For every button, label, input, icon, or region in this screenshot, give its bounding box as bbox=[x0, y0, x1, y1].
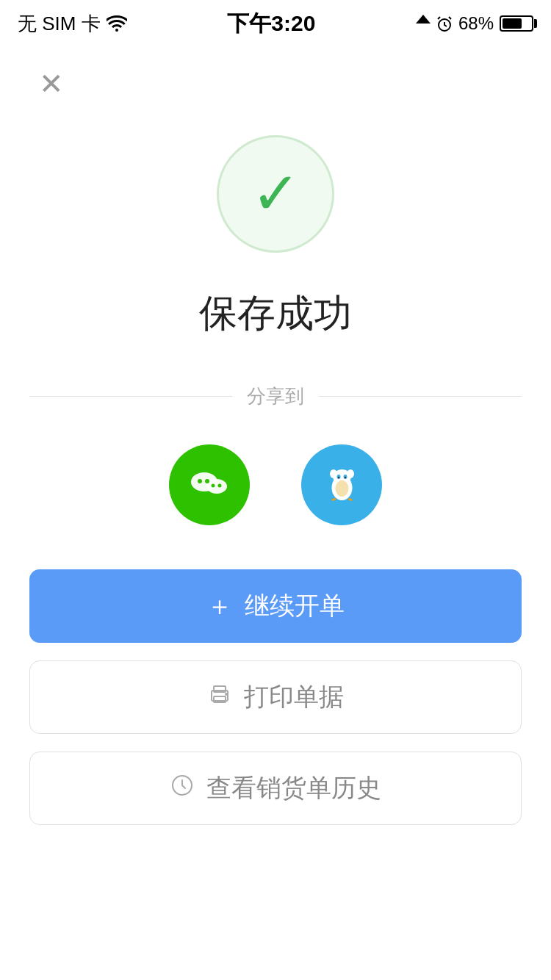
history-button-label: 查看销货单历史 bbox=[206, 771, 381, 805]
success-title: 保存成功 bbox=[199, 288, 352, 339]
svg-point-11 bbox=[337, 476, 339, 478]
history-button[interactable]: 查看销货单历史 bbox=[29, 752, 522, 825]
status-right: 68% bbox=[416, 13, 533, 34]
share-icons bbox=[29, 444, 522, 525]
action-buttons: ＋ 继续开单 打印单据 查看销货单历史 bbox=[29, 569, 522, 825]
location-icon bbox=[416, 15, 431, 32]
svg-point-19 bbox=[225, 693, 228, 696]
battery-icon bbox=[500, 15, 533, 32]
svg-point-15 bbox=[347, 469, 354, 478]
qq-icon bbox=[318, 461, 366, 509]
printer-icon bbox=[207, 682, 232, 713]
sim-status: 无 SIM 卡 bbox=[18, 11, 101, 37]
svg-point-12 bbox=[344, 476, 345, 478]
wechat-share-button[interactable] bbox=[169, 444, 250, 525]
svg-point-5 bbox=[211, 483, 215, 487]
continue-button-label: 继续开单 bbox=[245, 589, 345, 623]
status-time: 下午3:20 bbox=[227, 9, 315, 39]
main-content: ✕ ✓ 保存成功 分享到 bbox=[0, 47, 551, 854]
svg-point-4 bbox=[205, 479, 209, 483]
svg-point-6 bbox=[217, 483, 221, 487]
status-bar: 无 SIM 卡 下午3:20 68% bbox=[0, 0, 551, 47]
svg-point-2 bbox=[206, 479, 227, 494]
close-icon: ✕ bbox=[39, 69, 64, 98]
status-left: 无 SIM 卡 bbox=[18, 11, 127, 37]
svg-point-13 bbox=[335, 480, 348, 497]
share-label: 分享到 bbox=[247, 383, 304, 409]
share-divider: 分享到 bbox=[29, 383, 522, 409]
divider-right bbox=[319, 396, 522, 397]
plus-icon: ＋ bbox=[206, 588, 233, 624]
divider-left bbox=[29, 396, 232, 397]
checkmark-icon: ✓ bbox=[251, 165, 300, 223]
continue-button[interactable]: ＋ 继续开单 bbox=[29, 569, 522, 643]
svg-point-3 bbox=[198, 479, 202, 483]
share-section: 分享到 bbox=[29, 383, 522, 525]
print-button[interactable]: 打印单据 bbox=[29, 660, 522, 734]
success-circle: ✓ bbox=[217, 135, 334, 253]
wechat-icon bbox=[186, 461, 234, 509]
wifi-icon bbox=[107, 15, 127, 32]
clock-icon bbox=[170, 773, 195, 804]
qq-share-button[interactable] bbox=[301, 444, 382, 525]
battery-percent: 68% bbox=[458, 13, 494, 34]
print-button-label: 打印单据 bbox=[244, 680, 344, 714]
battery-fill bbox=[503, 18, 522, 29]
alarm-icon bbox=[436, 15, 453, 32]
svg-point-14 bbox=[330, 469, 337, 478]
close-button[interactable]: ✕ bbox=[29, 62, 73, 106]
